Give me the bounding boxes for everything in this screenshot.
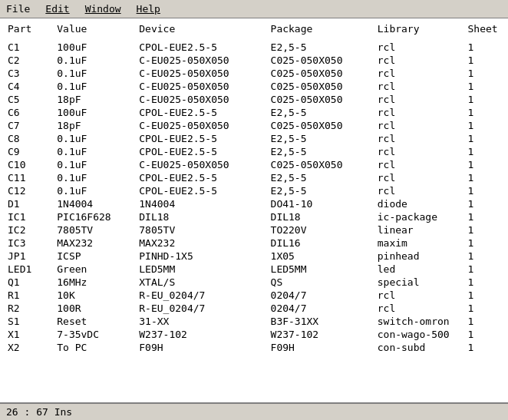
table-row[interactable]: S1Reset31-XXB3F-31XXswitch-omron1 — [5, 315, 503, 328]
table-row[interactable]: LED1GreenLED5MMLED5MMled1 — [5, 263, 503, 276]
table-row[interactable]: IC3MAX232MAX232DIL16maxim1 — [5, 236, 503, 250]
cell-device: XTAL/S — [136, 276, 267, 289]
cell-sheet: 1 — [464, 276, 503, 289]
cell-device: LED5MM — [136, 263, 267, 276]
table-row[interactable]: C90.1uFCPOL-EUE2.5-5E2,5-5rcl1 — [5, 145, 503, 158]
cell-part: C4 — [5, 80, 54, 93]
cell-library: rcl — [374, 80, 465, 93]
cell-value: 7-35vDC — [54, 328, 136, 341]
table-row[interactable]: C110.1uFCPOL-EUE2.5-5E2,5-5rcl1 — [5, 171, 503, 184]
table-row[interactable]: C30.1uFC-EU025-050X050C025-050X050rcl1 — [5, 67, 503, 80]
table-row[interactable]: C120.1uFCPOL-EUE2.5-5E2,5-5rcl1 — [5, 184, 503, 197]
cell-package: E2,5-5 — [268, 106, 374, 119]
table-row[interactable]: C20.1uFC-EU025-050X050C025-050X050rcl1 — [5, 54, 503, 67]
menu-window[interactable]: Window — [82, 2, 124, 16]
table-row[interactable]: C6100uFCPOL-EUE2.5-5E2,5-5rcl1 — [5, 106, 503, 119]
cell-device: C-EU025-050X050 — [136, 67, 267, 80]
table-row[interactable]: C718pFC-EU025-050X050C025-050X050rcl1 — [5, 119, 503, 132]
table-row[interactable]: R110KR-EU_0204/70204/7rcl1 — [5, 289, 503, 302]
cell-package: LED5MM — [268, 263, 374, 276]
cell-sheet: 1 — [464, 289, 503, 302]
table-row[interactable]: R2100RR-EU_0204/70204/7rcl1 — [5, 302, 503, 315]
cell-package: E2,5-5 — [268, 171, 374, 184]
table-row[interactable]: X17-35vDCW237-102W237-102con-wago-5001 — [5, 328, 503, 341]
cell-device: C-EU025-050X050 — [136, 119, 267, 132]
cell-package: E2,5-5 — [268, 132, 374, 145]
cell-device: CPOL-EUE2.5-5 — [136, 184, 267, 197]
cell-value: 0.1uF — [54, 67, 136, 80]
header-package: Package — [268, 21, 374, 36]
cell-package: QS — [268, 276, 374, 289]
cell-sheet: 1 — [464, 80, 503, 93]
cell-sheet: 1 — [464, 236, 503, 250]
table-row[interactable]: C1100uFCPOL-EUE2.5-5E2,5-5rcl1 — [5, 41, 503, 54]
table-row[interactable]: Q116MHzXTAL/SQSspecial1 — [5, 276, 503, 289]
cell-value: 10K — [54, 289, 136, 302]
cell-sheet: 1 — [464, 315, 503, 328]
menu-edit[interactable]: Edit — [42, 2, 72, 16]
cell-package: DIL16 — [268, 236, 374, 250]
cell-part: C6 — [5, 106, 54, 119]
header-library: Library — [374, 21, 465, 36]
cell-library: rcl — [374, 158, 465, 171]
cell-part: LED1 — [5, 263, 54, 276]
table-row[interactable]: C40.1uFC-EU025-050X050C025-050X050rcl1 — [5, 80, 503, 93]
cell-part: C7 — [5, 119, 54, 132]
cell-library: con-wago-500 — [374, 328, 465, 341]
cell-package: 0204/7 — [268, 302, 374, 315]
cell-sheet: 1 — [464, 341, 503, 354]
cell-value: 0.1uF — [54, 54, 136, 67]
cell-part: IC1 — [5, 210, 54, 223]
cell-library: ic-package — [374, 210, 465, 223]
cell-library: rcl — [374, 184, 465, 197]
cell-device: 7805TV — [136, 223, 267, 236]
cell-value: 0.1uF — [54, 184, 136, 197]
table-row[interactable]: IC1PIC16F628DIL18DIL18ic-package1 — [5, 210, 503, 223]
table-row[interactable]: D11N40041N4004DO41-10diode1 — [5, 197, 503, 210]
cell-device: CPOL-EUE2.5-5 — [136, 41, 267, 54]
cell-library: rcl — [374, 145, 465, 158]
cell-package: 1X05 — [268, 250, 374, 263]
cell-sheet: 1 — [464, 328, 503, 341]
menu-file[interactable]: File — [3, 2, 33, 16]
cell-sheet: 1 — [464, 171, 503, 184]
cell-value: 7805TV — [54, 223, 136, 236]
cell-device: C-EU025-050X050 — [136, 93, 267, 106]
cell-value: PIC16F628 — [54, 210, 136, 223]
cell-part: IC3 — [5, 236, 54, 250]
cell-device: C-EU025-050X050 — [136, 158, 267, 171]
cell-device: R-EU_0204/7 — [136, 289, 267, 302]
table-row[interactable]: IC27805TV7805TVTO220Vlinear1 — [5, 223, 503, 236]
cell-package: 0204/7 — [268, 289, 374, 302]
cell-package: E2,5-5 — [268, 145, 374, 158]
bom-table: Part Value Device Package Library Sheet … — [5, 21, 503, 354]
cell-device: DIL18 — [136, 210, 267, 223]
cell-package: C025-050X050 — [268, 54, 374, 67]
cell-value: Reset — [54, 315, 136, 328]
menubar: File Edit Window Help — [0, 0, 508, 18]
cell-part: R1 — [5, 289, 54, 302]
cell-part: C2 — [5, 54, 54, 67]
cell-device: CPOL-EUE2.5-5 — [136, 132, 267, 145]
cell-sheet: 1 — [464, 184, 503, 197]
cell-library: linear — [374, 223, 465, 236]
cell-value: 0.1uF — [54, 145, 136, 158]
cell-part: R2 — [5, 302, 54, 315]
table-row[interactable]: C80.1uFCPOL-EUE2.5-5E2,5-5rcl1 — [5, 132, 503, 145]
menu-help[interactable]: Help — [134, 2, 163, 16]
cell-package: W237-102 — [268, 328, 374, 341]
cell-value: To PC — [54, 341, 136, 354]
table-row[interactable]: C100.1uFC-EU025-050X050C025-050X050rcl1 — [5, 158, 503, 171]
cell-device: R-EU_0204/7 — [136, 302, 267, 315]
header-value: Value — [54, 21, 136, 36]
table-row[interactable]: C518pFC-EU025-050X050C025-050X050rcl1 — [5, 93, 503, 106]
table-row[interactable]: JP1ICSPPINHD-1X51X05pinhead1 — [5, 250, 503, 263]
cell-value: 16MHz — [54, 276, 136, 289]
table-row[interactable]: X2To PCF09HF09Hcon-subd1 — [5, 341, 503, 354]
cell-library: rcl — [374, 302, 465, 315]
cell-sheet: 1 — [464, 158, 503, 171]
cell-library: rcl — [374, 67, 465, 80]
cell-library: special — [374, 276, 465, 289]
cell-package: C025-050X050 — [268, 158, 374, 171]
cell-sheet: 1 — [464, 67, 503, 80]
